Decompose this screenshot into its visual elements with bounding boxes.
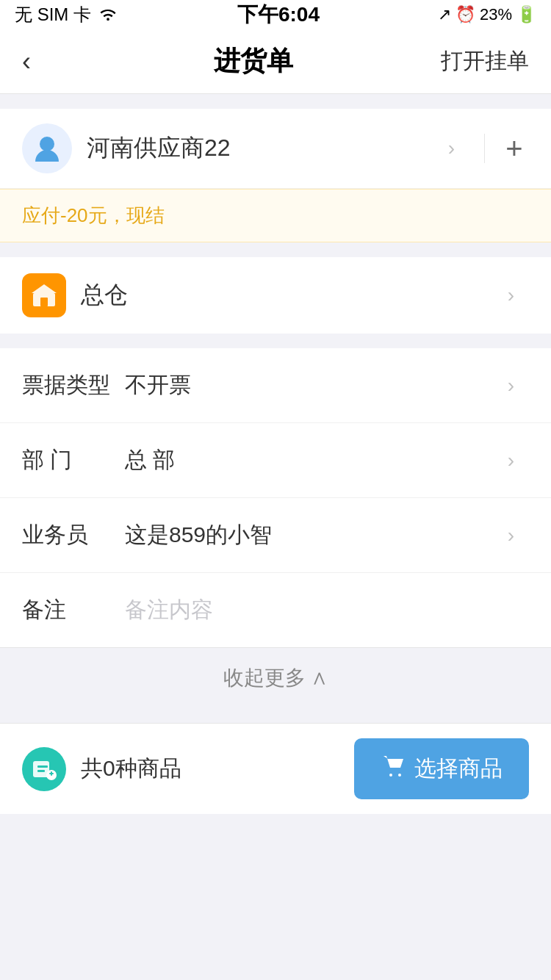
svg-rect-9	[51, 771, 52, 776]
open-pending-button[interactable]: 打开挂单	[441, 46, 529, 76]
department-label: 部 门	[22, 445, 125, 475]
product-icon	[22, 747, 66, 791]
remark-placeholder: 备注内容	[125, 595, 529, 625]
status-right: ↗ ⏰ 23% 🔋	[438, 5, 536, 24]
battery-icon: 🔋	[516, 5, 536, 24]
collapse-label: 收起更多 ∧	[223, 666, 328, 689]
product-count-text: 共0种商品	[81, 754, 354, 784]
gap-2	[0, 242, 551, 257]
collapse-button[interactable]: 收起更多 ∧	[0, 647, 551, 708]
department-chevron-icon: ›	[508, 449, 514, 472]
svg-point-11	[398, 774, 401, 777]
svg-point-10	[389, 774, 392, 777]
invoice-type-label: 票据类型	[22, 370, 125, 400]
supplier-chevron-icon: ›	[448, 137, 455, 160]
invoice-chevron-icon: ›	[508, 374, 514, 397]
svg-rect-3	[40, 298, 48, 306]
status-time: 下午6:04	[237, 1, 320, 29]
supplier-name: 河南供应商22	[87, 132, 448, 165]
warehouse-section: 总仓 ›	[0, 257, 551, 334]
supplier-avatar	[22, 123, 72, 173]
salesperson-label: 业务员	[22, 520, 125, 550]
select-product-button[interactable]: 选择商品	[354, 738, 529, 799]
status-bar: 无 SIM 卡 下午6:04 ↗ ⏰ 23% 🔋	[0, 0, 551, 29]
department-value: 总 部	[125, 445, 508, 475]
invoice-type-value: 不开票	[125, 370, 508, 400]
remark-row[interactable]: 备注 备注内容	[0, 572, 551, 647]
supplier-row[interactable]: 河南供应商22 › +	[0, 109, 551, 189]
form-section: 票据类型 不开票 › 部 门 总 部 › 业务员 这是859的小智 › 备注 备…	[0, 348, 551, 708]
bottom-bar: 共0种商品 选择商品	[0, 723, 551, 814]
notice-text: 应付-20元，现结	[22, 204, 165, 226]
wifi-icon	[97, 4, 119, 25]
remark-label: 备注	[22, 595, 125, 625]
select-btn-label: 选择商品	[414, 754, 503, 784]
salesperson-value: 这是859的小智	[125, 520, 508, 550]
gap-3	[0, 334, 551, 348]
carrier-text: 无 SIM 卡	[15, 3, 91, 26]
svg-rect-6	[37, 770, 45, 772]
salesperson-row[interactable]: 业务员 这是859的小智 ›	[0, 497, 551, 572]
warehouse-chevron-icon: ›	[508, 284, 514, 307]
location-icon: ↗	[438, 5, 451, 24]
alarm-icon: ⏰	[455, 5, 475, 24]
status-left: 无 SIM 卡	[15, 3, 119, 26]
warehouse-icon	[22, 273, 66, 317]
page-title: 进货单	[214, 43, 293, 79]
battery-text: 23%	[480, 5, 512, 24]
gap-1	[0, 94, 551, 109]
notice-bar: 应付-20元，现结	[0, 189, 551, 242]
svg-marker-2	[32, 284, 57, 293]
invoice-type-row[interactable]: 票据类型 不开票 ›	[0, 348, 551, 422]
divider	[484, 134, 485, 163]
gap-4	[0, 708, 551, 723]
warehouse-name: 总仓	[81, 279, 508, 311]
nav-bar: ‹ 进货单 打开挂单	[0, 29, 551, 94]
page-body-bg	[0, 814, 551, 980]
supplier-section: 河南供应商22 › + 应付-20元，现结	[0, 109, 551, 242]
back-button[interactable]: ‹	[22, 46, 66, 77]
svg-rect-5	[37, 765, 48, 768]
salesperson-chevron-icon: ›	[508, 524, 514, 547]
department-row[interactable]: 部 门 总 部 ›	[0, 422, 551, 497]
cart-icon	[381, 753, 407, 785]
svg-point-0	[40, 137, 54, 151]
warehouse-row[interactable]: 总仓 ›	[0, 257, 551, 334]
add-button[interactable]: +	[500, 132, 529, 165]
